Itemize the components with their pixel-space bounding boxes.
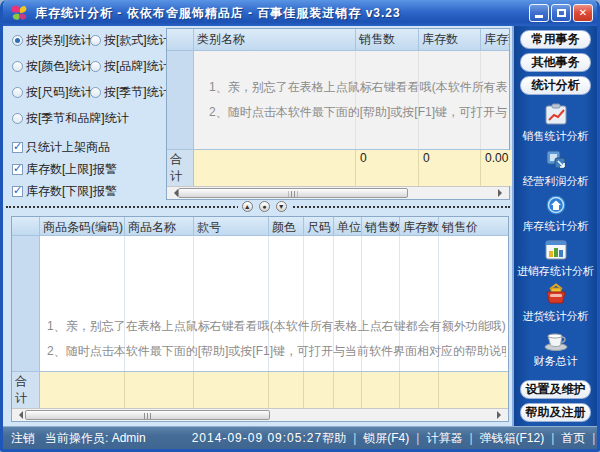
minimize-button[interactable] bbox=[529, 4, 549, 22]
lock-screen-link[interactable]: 锁屏(F4) bbox=[346, 430, 409, 447]
radio-icon bbox=[90, 87, 101, 98]
table-hint-line1: 1、亲，别忘了在表格上点鼠标右键看看哦(本软件所有表格上点右键都会有额外功能哦)… bbox=[209, 79, 507, 96]
column-header-size[interactable]: 尺码 bbox=[304, 217, 334, 236]
sidebar-item-profit-analysis[interactable]: 经营利润分析 bbox=[523, 148, 589, 189]
checkbox-icon bbox=[12, 164, 23, 175]
scroll-right-icon[interactable] bbox=[497, 411, 505, 419]
radio-icon bbox=[90, 35, 101, 46]
help-link[interactable]: 帮助 bbox=[322, 430, 346, 447]
profit-analysis-icon bbox=[543, 148, 569, 172]
radio-by-color[interactable]: 按[颜色]统计 bbox=[12, 58, 90, 75]
radio-label: 按[颜色]统计 bbox=[26, 58, 93, 75]
radio-by-brand[interactable]: 按[品牌]统计 bbox=[90, 58, 164, 75]
checkbox-label: 库存数[上限]报警 bbox=[26, 161, 117, 178]
cash-drawer-link[interactable]: 弹钱箱(F12) bbox=[462, 430, 544, 447]
window-title: 库存统计分析 - 依依布舍服饰精品店 - 百事佳服装进销存 v3.23 bbox=[35, 5, 529, 22]
table-hint-line1: 1、亲，别忘了在表格上点鼠标右键看看哦(本软件所有表格上点右键都会有额外功能哦)… bbox=[47, 318, 506, 335]
radio-icon bbox=[12, 113, 23, 124]
radio-by-season[interactable]: 按[季节]统计 bbox=[90, 84, 164, 101]
home-link[interactable]: 首页 bbox=[544, 430, 585, 447]
radio-by-size[interactable]: 按[尺码]统计 bbox=[12, 84, 90, 101]
radio-icon bbox=[12, 35, 23, 46]
inventory-stats-icon bbox=[543, 193, 569, 217]
column-header-sales[interactable]: 销售数 bbox=[356, 29, 419, 51]
total-label: 合计 bbox=[12, 372, 40, 408]
detail-hscrollbar[interactable] bbox=[12, 408, 508, 421]
column-header-color[interactable]: 颜色 bbox=[269, 217, 304, 236]
splitter-dot-icon[interactable]: ● bbox=[259, 201, 270, 212]
checkbox-label: 只统计上架商品 bbox=[26, 139, 110, 156]
sidebar-item-label: 进货统计分析 bbox=[523, 309, 589, 324]
splitter-down-icon[interactable]: ▼ bbox=[276, 201, 287, 212]
sidebar-item-label: 销售统计分析 bbox=[523, 129, 589, 144]
checkbox-lower-limit-alert[interactable]: 库存数[下限]报警 bbox=[12, 183, 164, 200]
sidebar-tab-stats-analysis[interactable]: 统计分析 bbox=[520, 76, 591, 95]
column-header-price[interactable]: 销售价 bbox=[439, 217, 508, 236]
column-header-presale[interactable]: 库存预售额 bbox=[481, 29, 509, 51]
scroll-right-icon[interactable] bbox=[498, 189, 506, 197]
scroll-thumb[interactable] bbox=[178, 188, 408, 198]
table-hint-line2: 2、随时点击本软件最下面的[帮助]或按[F1]键，可打开与当前软件界面相对应的帮… bbox=[47, 343, 506, 360]
column-header-stock[interactable]: 库存数 bbox=[419, 29, 481, 51]
filter-panel: 按[类别]统计 按[款式]统计 按[颜色]统计 按[品牌]统计 按[尺码]统计 … bbox=[6, 28, 166, 200]
content-area: 按[类别]统计 按[款式]统计 按[颜色]统计 按[品牌]统计 按[尺码]统计 … bbox=[3, 26, 512, 426]
sidebar-item-inventory-stats[interactable]: 库存统计分析 bbox=[523, 193, 589, 234]
checkbox-only-on-shelf[interactable]: 只统计上架商品 bbox=[12, 139, 164, 156]
app-window: 库存统计分析 - 依依布舍服饰精品店 - 百事佳服装进销存 v3.23 ✕ 按[… bbox=[0, 0, 600, 452]
table-hint-line2: 2、随时点击本软件最下面的[帮助]或按[F1]键，可打开与当前软件界面相对应的帮… bbox=[209, 104, 507, 121]
column-header-sales[interactable]: 销售数 bbox=[362, 217, 400, 236]
summary-hscrollbar[interactable] bbox=[167, 186, 509, 199]
checkbox-icon bbox=[12, 186, 23, 197]
column-header-unit[interactable]: 单位 bbox=[334, 217, 362, 236]
radio-icon bbox=[12, 61, 23, 72]
radio-label: 按[款式]统计 bbox=[104, 32, 171, 49]
total-stock-value: 0 bbox=[419, 150, 481, 186]
detail-total-row: 合计 bbox=[12, 371, 508, 408]
column-header-stock[interactable]: 库存数 bbox=[400, 217, 439, 236]
column-header-barcode[interactable]: 商品条码(编码) bbox=[40, 217, 125, 236]
radio-label: 按[尺码]统计 bbox=[26, 84, 93, 101]
sidebar-tab-other-tasks[interactable]: 其他事务 bbox=[520, 53, 591, 72]
sidebar-item-purchase-sale-stock-stats[interactable]: 进销存统计分析 bbox=[517, 238, 594, 279]
detail-table: 商品条码(编码) 商品名称 款号 颜色 尺码 单位 销售数 库存数 销售价 bbox=[11, 216, 509, 422]
scroll-thumb[interactable] bbox=[25, 410, 270, 420]
scroll-left-icon[interactable] bbox=[170, 189, 178, 197]
sales-stats-icon bbox=[543, 103, 569, 127]
sidebar-button-help-register[interactable]: 帮助及注册 bbox=[520, 403, 591, 422]
summary-table-body[interactable]: 1、亲，别忘了在表格上点鼠标右键看看哦(本软件所有表格上点右键都会有额外功能哦)… bbox=[167, 51, 509, 149]
radio-icon bbox=[90, 61, 101, 72]
radio-icon bbox=[12, 87, 23, 98]
sidebar-item-label: 财务总计 bbox=[534, 354, 578, 369]
radio-by-season-brand[interactable]: 按[季节和品牌]统计 bbox=[12, 110, 164, 127]
radio-by-style[interactable]: 按[款式]统计 bbox=[90, 32, 164, 49]
table-splitter[interactable]: ▲ ● ▼ bbox=[6, 200, 510, 214]
column-header-category[interactable]: 类别名称 bbox=[194, 29, 356, 51]
radio-by-category[interactable]: 按[类别]统计 bbox=[12, 32, 90, 49]
sidebar-button-settings-maintenance[interactable]: 设置及维护 bbox=[520, 380, 591, 399]
sidebar-item-finance-total[interactable]: 财务总计 bbox=[534, 328, 578, 369]
total-category-cell bbox=[194, 150, 356, 186]
checkbox-upper-limit-alert[interactable]: 库存数[上限]报警 bbox=[12, 161, 164, 178]
sidebar-item-label: 库存统计分析 bbox=[523, 219, 589, 234]
radio-label: 按[品牌]统计 bbox=[104, 58, 171, 75]
calculator-link[interactable]: 计算器 bbox=[409, 430, 462, 447]
checkbox-label: 库存数[下限]报警 bbox=[26, 183, 117, 200]
finance-total-icon bbox=[543, 328, 569, 352]
column-header-style-no[interactable]: 款号 bbox=[194, 217, 269, 236]
close-button[interactable]: ✕ bbox=[573, 4, 593, 22]
logout-link[interactable]: 注销 bbox=[11, 430, 35, 447]
scroll-left-icon[interactable] bbox=[15, 411, 23, 419]
sidebar-item-purchase-stats[interactable]: 进货统计分析 bbox=[523, 283, 589, 324]
checkbox-icon bbox=[12, 142, 23, 153]
sidebar-item-sales-stats[interactable]: 销售统计分析 bbox=[523, 103, 589, 144]
radio-label: 按[季节和品牌]统计 bbox=[26, 110, 129, 127]
column-header-product-name[interactable]: 商品名称 bbox=[125, 217, 194, 236]
purchase-stats-icon bbox=[543, 283, 569, 307]
status-bar: 注销 当前操作员: Admin 2014-09-09 09:05:27 帮助 锁… bbox=[3, 426, 597, 449]
title-bar: 库存统计分析 - 依依布舍服饰精品店 - 百事佳服装进销存 v3.23 ✕ bbox=[3, 0, 597, 26]
hide-nav-link[interactable]: 隐藏导航栏 bbox=[585, 430, 600, 447]
maximize-button[interactable] bbox=[551, 4, 571, 22]
splitter-up-icon[interactable]: ▲ bbox=[242, 201, 253, 212]
sidebar-tab-common-tasks[interactable]: 常用事务 bbox=[520, 30, 591, 49]
detail-table-body[interactable]: 1、亲，别忘了在表格上点鼠标右键看看哦(本软件所有表格上点右键都会有额外功能哦)… bbox=[12, 236, 508, 371]
